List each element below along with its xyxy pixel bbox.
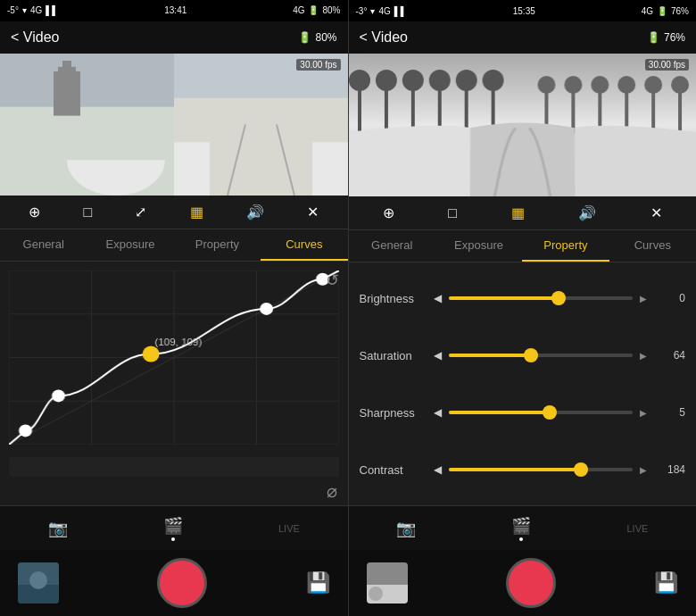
tab-exposure-left[interactable]: Exposure — [87, 229, 173, 261]
left-tabs: General Exposure Property Curves — [0, 229, 348, 262]
brightness-arrow-right[interactable]: ▶ — [640, 294, 647, 304]
tab-general-right[interactable]: General — [349, 230, 435, 262]
left-camera-icon: 📷 — [48, 519, 68, 538]
left-reset-button[interactable]: ⌀ — [0, 480, 348, 505]
tab-exposure-right[interactable]: Exposure — [435, 230, 522, 262]
brightness-arrow-left[interactable]: ◀ — [434, 292, 442, 304]
brightness-row: Brightness ◀ ▶ 0 — [349, 285, 697, 312]
left-toolbar-close-icon[interactable]: ✕ — [302, 200, 324, 224]
right-thumb-canvas — [367, 562, 408, 604]
left-battery-value: 80% — [315, 31, 336, 44]
sharpness-arrow-right[interactable]: ▶ — [640, 408, 647, 418]
left-toolbar-chart-icon[interactable]: ▦ — [185, 200, 209, 224]
right-status-right: 4G 🔋 76% — [642, 6, 689, 16]
sharpness-row: Sharpness ◀ ▶ 5 — [349, 399, 697, 427]
right-photo-button[interactable]: 📷 — [396, 519, 416, 538]
right-save-button[interactable]: 💾 — [654, 571, 678, 595]
left-thumb-canvas — [18, 562, 59, 604]
brightness-fill — [449, 296, 559, 300]
left-battery-pct: 80% — [322, 5, 340, 15]
curves-canvas[interactable] — [9, 271, 339, 445]
right-record-button[interactable] — [506, 558, 556, 608]
right-back-button[interactable]: < Video — [360, 29, 408, 46]
right-camera-icon: 📷 — [396, 519, 416, 538]
left-photo-button[interactable]: 📷 — [48, 519, 68, 538]
right-temp: -3° — [356, 6, 368, 16]
right-battery-pct: 76% — [671, 6, 689, 16]
right-status-left: -3° ▾ 4G ▌▌ — [356, 6, 407, 16]
left-battery-icon: 🔋 — [308, 5, 319, 15]
tab-property-left[interactable]: Property — [174, 229, 261, 261]
contrast-arrow-right[interactable]: ▶ — [640, 465, 647, 475]
left-video-right: 30.00 fps — [174, 54, 348, 196]
tab-curves-right[interactable]: Curves — [609, 230, 696, 262]
saturation-track[interactable] — [449, 354, 634, 357]
sharpness-thumb[interactable] — [543, 405, 557, 420]
right-top-bar-left[interactable]: < Video — [360, 29, 408, 46]
left-live-button[interactable]: LIVE — [278, 523, 300, 534]
left-fps-badge: 30.00 fps — [296, 59, 340, 71]
left-curves-content: ↺ ⌀ — [0, 262, 348, 505]
right-toolbar-stitch-icon[interactable]: ⊕ — [377, 201, 400, 225]
brightness-thumb[interactable] — [551, 291, 566, 305]
right-video-preview: 30.00 fps — [349, 54, 697, 196]
left-temp: -5° — [7, 5, 19, 15]
left-top-bar-left[interactable]: < Video — [11, 29, 59, 46]
sharpness-track[interactable] — [449, 411, 634, 414]
right-toolbar-vr-icon[interactable]: □ — [443, 202, 462, 225]
left-back-button[interactable]: < Video — [11, 29, 59, 46]
tab-general-left[interactable]: General — [0, 229, 87, 261]
right-status-bar: -3° ▾ 4G ▌▌ 15:35 4G 🔋 76% — [349, 0, 697, 21]
left-record-button[interactable] — [157, 558, 207, 608]
contrast-fill — [449, 468, 582, 471]
left-status-right: 4G 🔋 80% — [293, 5, 340, 15]
saturation-fill — [449, 354, 532, 357]
right-record-row: 💾 — [349, 550, 697, 616]
left-toolbar-vr-icon[interactable]: □ — [78, 201, 97, 224]
tab-curves-left[interactable]: Curves — [261, 229, 347, 261]
right-video-icon: 🎬 — [511, 516, 531, 536]
left-toolbar-audio-icon[interactable]: 🔊 — [241, 200, 269, 224]
sharpness-label: Sharpness — [360, 406, 427, 420]
brightness-value: 0 — [654, 292, 685, 304]
left-live-label: LIVE — [278, 523, 300, 534]
saturation-thumb[interactable] — [524, 348, 538, 362]
sharpness-arrow-left[interactable]: ◀ — [434, 406, 442, 419]
contrast-thumb[interactable] — [574, 462, 588, 477]
contrast-label: Contrast — [360, 463, 427, 477]
left-video-button[interactable]: 🎬 — [163, 516, 183, 541]
right-battery-value: 76% — [664, 31, 685, 44]
left-4g-label: 4G — [30, 5, 42, 15]
left-toolbar-expand-icon[interactable]: ⤢ — [129, 200, 152, 224]
brightness-track[interactable] — [449, 296, 634, 300]
left-top-bar: < Video 🔋 80% — [0, 21, 348, 54]
left-signal-icon: ▌▌ — [46, 5, 58, 15]
left-undo-button[interactable]: ↺ — [326, 271, 339, 290]
saturation-arrow-right[interactable]: ▶ — [640, 351, 647, 361]
right-thumbnail[interactable] — [367, 562, 408, 604]
left-battery-indicator: 🔋 80% — [298, 31, 336, 44]
right-toolbar-audio-icon[interactable]: 🔊 — [573, 201, 601, 225]
left-thumbnail[interactable] — [18, 562, 59, 604]
saturation-row: Saturation ◀ ▶ 64 — [349, 342, 697, 370]
contrast-track[interactable] — [449, 468, 634, 471]
left-panel: -5° ▾ 4G ▌▌ 13:41 4G 🔋 80% < Video 🔋 80%… — [0, 0, 348, 616]
left-save-button[interactable]: 💾 — [306, 571, 330, 595]
contrast-value: 184 — [654, 463, 685, 476]
saturation-value: 64 — [654, 349, 685, 362]
right-live-button[interactable]: LIVE — [627, 523, 649, 534]
left-4g-icon: 4G — [293, 5, 304, 15]
right-4g-label: 4G — [378, 6, 390, 16]
left-video-canvas-left — [0, 54, 174, 196]
left-scrubbar[interactable] — [9, 457, 339, 477]
right-active-dot — [519, 537, 523, 541]
right-toolbar-chart-icon[interactable]: ▦ — [506, 201, 530, 225]
left-toolbar-stitch-icon[interactable]: ⊕ — [23, 200, 46, 224]
right-panel: -3° ▾ 4G ▌▌ 15:35 4G 🔋 76% < Video 🔋 76%… — [349, 0, 697, 616]
left-record-row: 💾 — [0, 550, 348, 616]
right-toolbar-close-icon[interactable]: ✕ — [645, 201, 667, 225]
saturation-arrow-left[interactable]: ◀ — [434, 349, 442, 362]
tab-property-right[interactable]: Property — [522, 230, 609, 262]
right-video-button[interactable]: 🎬 — [511, 516, 531, 541]
contrast-arrow-left[interactable]: ◀ — [434, 463, 442, 476]
